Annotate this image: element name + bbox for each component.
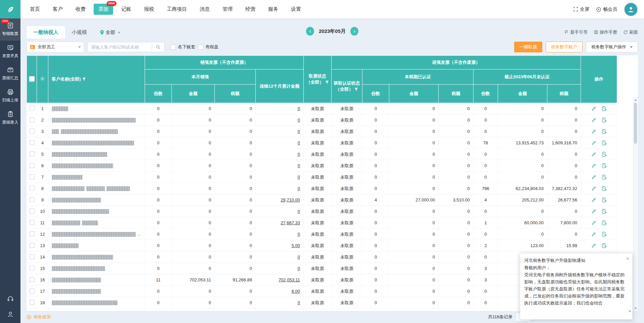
edit-icon[interactable] xyxy=(591,243,597,248)
column-settings-gear-icon[interactable] xyxy=(40,76,45,81)
invoice-detail-icon[interactable] xyxy=(601,129,607,134)
nav-item-10[interactable]: 经营 xyxy=(241,4,260,15)
row-checkbox[interactable] xyxy=(30,254,35,259)
edit-icon[interactable] xyxy=(591,106,597,111)
row-checkbox[interactable] xyxy=(30,288,35,293)
tab-small-scale[interactable]: 小规模 xyxy=(65,26,94,39)
invoice-detail-icon[interactable] xyxy=(601,106,607,111)
cumulative-amount-link[interactable]: 0 xyxy=(298,232,300,237)
tax-digital-account-button[interactable]: 税务数字账户 xyxy=(546,42,583,52)
row-checkbox[interactable] xyxy=(30,140,35,145)
nav-item-7[interactable]: 工商项目 xyxy=(162,4,192,15)
edit-icon[interactable] xyxy=(591,140,597,146)
sidebar-item[interactable]: 票据录入 xyxy=(0,107,20,129)
cumulative-amount-link[interactable]: 27,667.33 xyxy=(281,220,300,225)
member-button[interactable]: 畅会员 xyxy=(596,6,617,12)
row-checkbox[interactable] xyxy=(30,117,35,122)
cumulative-amount-link[interactable]: 0 xyxy=(298,140,300,145)
cumulative-amount-link[interactable]: 702,053.11 xyxy=(279,277,300,282)
invoice-detail-icon[interactable] xyxy=(601,243,607,248)
select-all-checkbox[interactable] xyxy=(29,76,35,82)
edit-icon[interactable] xyxy=(591,129,597,134)
cumulative-amount-link[interactable]: 0 xyxy=(298,152,300,157)
fullscreen-button[interactable]: 全屏 xyxy=(573,6,589,12)
nav-item-9[interactable]: 管理 xyxy=(218,4,237,15)
close-icon[interactable]: × xyxy=(626,255,629,263)
sidebar-item[interactable]: 扫描上传 xyxy=(0,85,20,107)
cumulative-amount-link[interactable]: 0 xyxy=(298,266,300,271)
toolbar-link[interactable]: 新手引导 xyxy=(564,29,588,35)
cumulative-amount-link[interactable]: 6.00 xyxy=(292,289,300,294)
checkbox[interactable] xyxy=(198,44,203,50)
edit-icon[interactable] xyxy=(591,186,597,191)
edit-icon[interactable] xyxy=(591,197,597,203)
row-checkbox[interactable] xyxy=(30,231,35,236)
nav-item-12[interactable]: 设置 xyxy=(286,4,306,15)
ticket-status-header[interactable]: 取票状态（全部） xyxy=(304,56,332,103)
cumulative-amount-link[interactable]: 0 xyxy=(298,209,300,214)
one-click-fetch-button[interactable]: 一键取票 xyxy=(514,42,542,52)
nav-item-3[interactable]: 收费 xyxy=(71,4,90,15)
table-scrollbar[interactable] xyxy=(633,97,638,311)
edit-icon[interactable] xyxy=(591,151,597,157)
scroll-down-icon[interactable] xyxy=(633,306,638,311)
tax-policy-link[interactable]: 税务政策 xyxy=(27,314,51,320)
next-month-button[interactable]: › xyxy=(350,27,358,36)
cumulative-amount-link[interactable]: 0 xyxy=(298,175,300,180)
nav-item-11[interactable]: 服务 xyxy=(263,4,283,15)
edit-icon[interactable] xyxy=(591,209,597,214)
filter-funnel-icon[interactable] xyxy=(325,80,329,84)
invoice-detail-icon[interactable] xyxy=(601,186,607,191)
row-checkbox[interactable] xyxy=(30,129,35,134)
cumulative-amount-link[interactable]: 0 xyxy=(298,118,300,123)
cumulative-amount-link[interactable]: 0 xyxy=(298,163,300,168)
row-checkbox[interactable] xyxy=(30,209,35,214)
nav-item-2[interactable]: 客户 xyxy=(48,4,67,15)
row-checkbox[interactable] xyxy=(30,300,35,305)
invoice-detail-icon[interactable] xyxy=(601,140,607,146)
cert-status-header[interactable]: 获取认证状态（全部） xyxy=(332,70,362,103)
filter-funnel-icon[interactable] xyxy=(82,77,86,81)
tax-digital-account-ops-dropdown[interactable]: 税务数字账户操作 xyxy=(586,42,638,52)
headset-icon[interactable] xyxy=(7,295,14,302)
invoice-detail-icon[interactable] xyxy=(601,209,607,214)
filter-checkbox[interactable]: 有税盘 xyxy=(198,44,218,50)
edit-icon[interactable] xyxy=(591,231,597,237)
edit-icon[interactable] xyxy=(591,220,597,226)
toolbar-link[interactable]: 操作手册 xyxy=(594,29,617,35)
edit-icon[interactable] xyxy=(591,163,597,169)
cumulative-amount-link[interactable]: 0 xyxy=(298,106,300,111)
scrollbar-thumb[interactable] xyxy=(634,103,637,144)
filter-checkbox[interactable]: 名下账套 xyxy=(170,44,195,50)
prev-month-button[interactable]: ‹ xyxy=(306,27,314,36)
row-checkbox[interactable] xyxy=(30,277,35,282)
search-input[interactable] xyxy=(88,42,152,52)
sidebar-item[interactable]: 发票开具 xyxy=(0,41,20,63)
row-checkbox[interactable] xyxy=(30,174,35,179)
row-checkbox[interactable] xyxy=(30,220,35,225)
invoice-detail-icon[interactable] xyxy=(601,163,607,169)
sidebar-item[interactable]: 票据汇总 xyxy=(0,63,20,85)
nav-item-1[interactable]: 首页 xyxy=(25,4,45,15)
search-button[interactable] xyxy=(152,42,164,52)
row-checkbox[interactable] xyxy=(30,163,35,168)
cumulative-amount-link[interactable]: 0 xyxy=(298,300,300,305)
cumulative-amount-link[interactable]: 5.00 xyxy=(292,243,300,248)
nav-item-4[interactable]: 票据new xyxy=(94,4,113,15)
invoice-detail-icon[interactable] xyxy=(601,151,607,157)
scroll-down-icon[interactable] xyxy=(629,311,631,318)
cumulative-amount-link[interactable]: 0 xyxy=(298,255,300,260)
row-checkbox[interactable] xyxy=(30,151,35,156)
toolbar-link[interactable]: 刷新 xyxy=(623,29,638,35)
nav-item-6[interactable]: 报税 xyxy=(139,4,159,15)
user-avatar[interactable] xyxy=(624,2,638,16)
cumulative-amount-link[interactable]: 0 xyxy=(298,186,300,191)
cumulative-amount-link[interactable]: 0 xyxy=(298,129,300,134)
cumulative-amount-link[interactable]: 29,710.00 xyxy=(281,197,300,202)
invoice-detail-icon[interactable] xyxy=(601,174,607,180)
app-logo[interactable] xyxy=(0,0,20,18)
invoice-detail-icon[interactable] xyxy=(601,197,607,203)
filter-funnel-icon[interactable] xyxy=(354,87,358,91)
row-checkbox[interactable] xyxy=(30,266,35,271)
tab-general-taxpayer[interactable]: 一般纳税人 xyxy=(27,26,65,39)
